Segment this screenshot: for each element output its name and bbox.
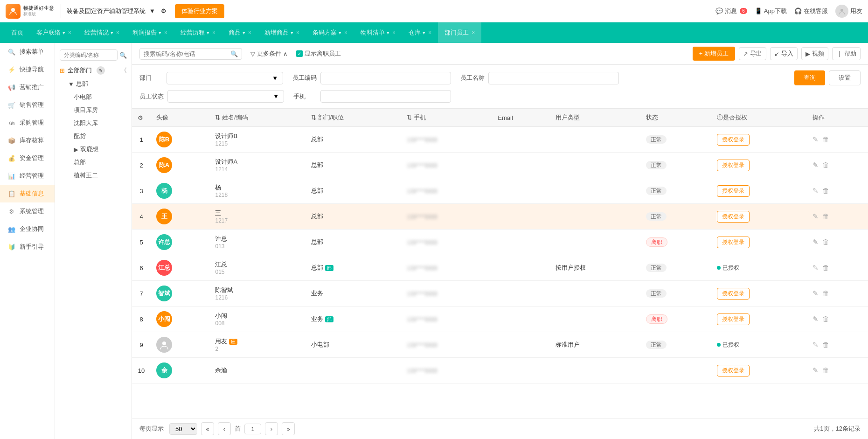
sidebar-item-inventory[interactable]: 📦 库存核算 (0, 132, 55, 149)
sidebar-item-collab[interactable]: 👥 企业协同 (0, 220, 55, 238)
name-filter-input[interactable] (488, 72, 619, 84)
edit-icon[interactable]: ✎ (812, 135, 819, 144)
delete-icon[interactable]: 🗑 (822, 161, 829, 169)
sidebar-item-sales[interactable]: 🛒 销售管理 (0, 96, 55, 114)
prev-page-button[interactable]: ‹ (218, 422, 231, 435)
dept-node-project[interactable]: 项目库房 (64, 104, 132, 117)
auth-login-button[interactable]: 授权登录 (717, 160, 750, 171)
dept-filter-select[interactable]: ▼ (167, 72, 283, 84)
edit-icon[interactable]: ✎ (812, 366, 819, 375)
dept-node-shuanglu[interactable]: ▶ 双鹿想 (64, 143, 132, 156)
add-employee-button[interactable]: + 新增员工 (693, 47, 735, 61)
sidebar-item-manage[interactable]: 📊 经营管理 (0, 167, 55, 185)
query-button[interactable]: 查询 (794, 70, 825, 85)
first-page-button[interactable]: « (201, 422, 214, 435)
per-page-select[interactable]: 50 20 100 (169, 423, 197, 435)
show-inactive-toggle[interactable]: ✓ 显示离职员工 (296, 49, 341, 58)
col-phone[interactable]: ⇅ 手机 (401, 109, 492, 127)
settings-icon[interactable]: ⚙ (161, 7, 167, 14)
next-page-button[interactable]: › (265, 422, 278, 435)
app-download-item[interactable]: 📱 App下载 (755, 7, 787, 15)
nav-tab-customer[interactable]: 客户联络 ▾ × (30, 22, 78, 43)
edit-icon[interactable]: ✎ (812, 264, 819, 272)
edit-icon[interactable]: ✎ (812, 289, 819, 298)
nav-tab-operation[interactable]: 经营情况 ▾ × (78, 22, 126, 43)
nav-tab-new-goods[interactable]: 新增商品 ▾ × (258, 22, 306, 43)
export-button[interactable]: ↗ 导出 (739, 47, 766, 60)
auth-login-button[interactable]: 授权登录 (717, 185, 750, 197)
nav-tab-bom[interactable]: 物料清单 ▾ × (354, 22, 402, 43)
row-status: 正常 (640, 255, 712, 281)
last-page-button[interactable]: » (282, 422, 295, 435)
sidebar-item-basic[interactable]: 📋 基础信息 (0, 185, 55, 202)
dept-search-icon[interactable]: 🔍 (119, 52, 127, 59)
auth-login-button[interactable]: 授权登录 (717, 134, 750, 146)
search-submit-icon[interactable]: 🔍 (230, 50, 238, 57)
delete-icon[interactable]: 🗑 (822, 187, 829, 195)
auth-login-button[interactable]: 授权登录 (717, 314, 750, 325)
page-number-input[interactable] (244, 424, 261, 434)
dept-node-headquarters[interactable]: ▼ 总部 (59, 77, 132, 91)
auth-login-button[interactable]: 授权登录 (717, 237, 750, 248)
title-arrow-icon[interactable]: ▼ (149, 7, 155, 14)
auth-login-button[interactable]: 授权登录 (717, 288, 750, 300)
delete-icon[interactable]: 🗑 (822, 315, 829, 323)
reset-button[interactable]: 设置 (829, 70, 861, 85)
dept-node-zongbu[interactable]: 总部 (64, 156, 132, 169)
delete-icon[interactable]: 🗑 (822, 366, 829, 375)
delete-icon[interactable]: 🗑 (822, 238, 829, 246)
sidebar-item-system[interactable]: ⚙ 系统管理 (0, 202, 55, 220)
status-filter-select[interactable]: ▼ (167, 90, 284, 103)
nav-tab-dept[interactable]: 部门员工 × (438, 22, 481, 43)
nav-tab-barcode[interactable]: 条码方案 ▾ × (306, 22, 354, 43)
dept-node-xiaodian[interactable]: 小电部 (64, 91, 132, 104)
phone-filter-input[interactable] (320, 90, 451, 103)
user-item[interactable]: 用友 (835, 5, 862, 18)
delete-icon[interactable]: 🗑 (822, 212, 829, 221)
collapse-icon[interactable]: 《 (121, 66, 127, 75)
row-auth: 授权登录 (711, 281, 807, 307)
edit-icon[interactable]: ✎ (812, 238, 819, 246)
sidebar-item-search[interactable]: 🔍 搜索菜单 (0, 43, 55, 61)
row-avatar: 余 (151, 358, 209, 383)
online-service-item[interactable]: 🎧 在线客服 (794, 7, 828, 15)
more-filters-btn[interactable]: ▽ 更多条件 ∧ (247, 48, 292, 60)
sidebar-item-guide[interactable]: 🔰 新手引导 (0, 238, 55, 256)
edit-icon[interactable]: ✎ (812, 212, 819, 221)
nav-tab-home[interactable]: 首页 (5, 22, 30, 43)
help-button[interactable]: ｜ 帮助 (832, 47, 861, 60)
nav-tab-history[interactable]: 经营历程 ▾ × (174, 22, 222, 43)
delete-icon[interactable]: 🗑 (822, 264, 829, 272)
trial-button[interactable]: 体验行业方案 (175, 4, 224, 18)
delete-icon[interactable]: 🗑 (822, 341, 829, 349)
edit-icon[interactable]: ✎ (812, 187, 819, 195)
edit-icon[interactable]: ✎ (812, 341, 819, 349)
sidebar-item-marketing[interactable]: 📢 营销推广 (0, 78, 55, 96)
code-filter-input[interactable] (320, 72, 451, 84)
sidebar-item-finance[interactable]: 💰 资金管理 (0, 149, 55, 167)
col-dept[interactable]: ⇅ 部门/职位 (306, 109, 401, 127)
nav-tab-goods[interactable]: 商品 ▾ × (222, 22, 258, 43)
col-name[interactable]: ⇅ 姓名/编码 (209, 109, 305, 127)
auth-login-button[interactable]: 授权登录 (717, 211, 750, 223)
dept-node-zhishu[interactable]: 植树王二 (64, 169, 132, 182)
dept-node-peihu[interactable]: 配货 (64, 130, 132, 143)
auth-login-button[interactable]: 授权登录 (717, 365, 750, 376)
dept-node-shenyang[interactable]: 沈阳大库 (64, 117, 132, 130)
sidebar-item-purchase[interactable]: 🛍 采购管理 (0, 114, 55, 132)
message-item[interactable]: 💬 消息 6 (715, 7, 747, 15)
nav-tab-profit[interactable]: 利润报告 ▾ × (126, 22, 174, 43)
col-settings[interactable]: ⚙ (132, 109, 151, 127)
edit-icon[interactable]: ✎ (812, 315, 819, 323)
delete-icon[interactable]: 🗑 (822, 135, 829, 144)
import-button[interactable]: ↙ 导入 (770, 47, 798, 60)
sidebar-item-nav[interactable]: ⚡ 快捷导航 (0, 61, 55, 78)
delete-icon[interactable]: 🗑 (822, 289, 829, 298)
dept-search-input[interactable] (60, 49, 118, 61)
dept-header-all[interactable]: ⊞ 全部部门 ✎ 《 (55, 63, 132, 77)
nav-tab-warehouse[interactable]: 仓库 ▾ × (402, 22, 438, 43)
search-input[interactable] (144, 50, 229, 57)
edit-icon[interactable]: ✎ (812, 161, 819, 169)
dept-edit-icon[interactable]: ✎ (97, 66, 105, 75)
video-button[interactable]: ▶ 视频 (801, 47, 828, 60)
